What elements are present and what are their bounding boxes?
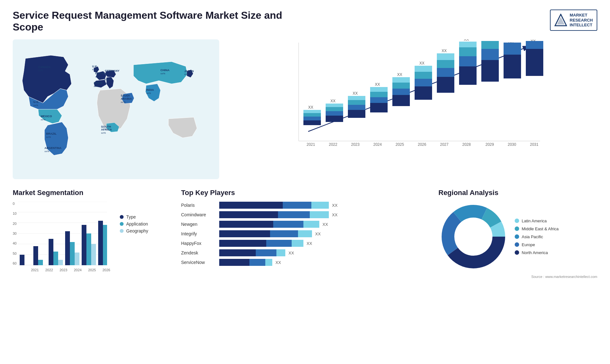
legend-geography: Geography [120,228,148,233]
player-bar-servicenow: XX [219,259,429,266]
svg-text:xx%: xx% [46,136,51,138]
growth-chart-svg: XX 2021 XX 2022 XX 2023 [235,39,597,160]
svg-rect-66 [392,83,410,89]
svg-text:ITALY: ITALY [104,78,112,81]
player-row-zendesk: Zendesk XX [181,249,429,256]
player-name-polaris: Polaris [181,203,216,208]
svg-text:xx%: xx% [184,73,189,76]
legend-europe-color [515,242,519,247]
svg-text:BRAZIL: BRAZIL [46,132,57,135]
svg-rect-72 [415,72,432,79]
svg-rect-97 [504,55,521,78]
svg-text:xx%: xx% [146,92,151,95]
svg-text:2028: 2028 [462,142,471,147]
legend-application: Application [120,221,148,226]
bottom-grid: Market Segmentation 6050403020100 [13,189,597,279]
player-row-newgen: Newgen XX [181,221,429,228]
regional-title: Regional Analysis [438,189,597,197]
svg-text:xx%: xx% [38,69,43,72]
legend-europe: Europe [515,242,559,247]
svg-rect-48 [326,107,343,111]
svg-rect-114 [65,231,70,265]
svg-text:2031: 2031 [530,142,539,147]
donut-chart-svg [438,202,508,272]
svg-rect-55 [348,96,365,100]
donut-legend: Latin America Middle East & Africa Asia … [515,219,559,255]
svg-rect-113 [58,260,63,265]
svg-rect-40 [303,120,321,125]
legend-asia-pacific: Asia Pacific [515,234,559,239]
key-players-section: Top Key Players Polaris XX Comindware [181,189,429,279]
svg-text:XX: XX [397,72,402,77]
seg-x-labels: 2021 2022 2023 2024 2025 2026 [28,268,113,272]
legend-application-dot [120,222,124,226]
svg-rect-65 [392,89,410,95]
svg-rect-85 [459,42,477,47]
svg-text:xx%: xx% [95,75,100,78]
svg-text:XX: XX [464,39,469,42]
world-map: CANADA xx% U.S. xx% MEXICO xx% BRAZIL xx… [13,39,219,179]
legend-latin-america-label: Latin America [522,219,547,223]
svg-rect-59 [370,97,388,103]
svg-point-127 [456,219,491,254]
svg-rect-49 [326,104,343,107]
svg-rect-42 [303,113,321,117]
legend-application-label: Application [126,221,148,226]
svg-rect-47 [326,111,343,116]
svg-text:xx%: xx% [105,73,110,76]
svg-rect-121 [103,225,107,265]
svg-text:XX: XX [442,49,447,53]
svg-rect-46 [326,116,343,122]
map-section: CANADA xx% U.S. xx% MEXICO xx% BRAZIL xx… [13,39,219,179]
player-bar-comindware: XX [219,211,429,218]
svg-text:SPAIN: SPAIN [94,81,102,84]
players-list: Polaris XX Comindware [181,202,429,266]
legend-mea-label: Middle East & Africa [522,226,559,231]
player-name-happyfox: HappyFox [181,241,216,246]
seg-legend: Type Application Geography [120,214,148,272]
legend-north-america-label: North America [522,250,548,255]
svg-rect-53 [348,105,365,110]
svg-rect-43 [303,110,321,113]
legend-type-label: Type [126,214,136,219]
growth-chart-section: XX 2021 XX 2022 XX 2023 [229,39,597,179]
legend-latin-america-color [515,219,519,223]
main-grid: CANADA xx% U.S. xx% MEXICO xx% BRAZIL xx… [13,39,597,279]
player-row-integrify: Integrify XX [181,230,429,237]
svg-text:CHINA: CHINA [160,69,170,72]
segmentation-chart-svg [18,202,107,265]
svg-text:JAPAN: JAPAN [184,70,194,73]
logo: MARKET RESEARCH INTELLECT [550,10,597,31]
legend-asia-pacific-color [515,234,519,239]
source-footer: Source : www.marketresearchintellect.com [438,275,597,279]
legend-mea: Middle East & Africa [515,226,559,231]
svg-rect-95 [481,49,499,60]
svg-rect-110 [38,260,43,265]
svg-text:XX: XX [375,82,380,87]
segmentation-title: Market Segmentation [13,189,172,197]
player-row-happyfox: HappyFox XX [181,240,429,247]
svg-rect-70 [415,86,432,100]
svg-rect-94 [481,60,499,82]
svg-rect-76 [437,77,454,93]
svg-text:GERMANY: GERMANY [105,69,119,72]
svg-rect-109 [33,246,38,265]
player-row-polaris: Polaris XX [181,202,429,209]
svg-rect-117 [82,225,86,265]
svg-text:2024: 2024 [373,142,382,147]
svg-text:xx%: xx% [44,150,49,153]
svg-text:xx%: xx% [121,101,125,104]
svg-text:xx%: xx% [92,68,97,71]
svg-text:INDIA: INDIA [146,88,154,91]
svg-rect-116 [75,253,79,265]
regional-section: Regional Analysis [438,189,597,279]
svg-rect-115 [70,242,75,265]
svg-rect-98 [504,43,521,55]
logo-text: MARKET RESEARCH INTELLECT [570,13,593,28]
legend-europe-label: Europe [522,242,535,247]
player-value-zendesk: XX [288,251,294,255]
svg-text:XX: XX [353,91,358,96]
svg-rect-41 [303,117,321,120]
svg-text:XX: XX [330,99,336,103]
svg-rect-71 [415,79,432,86]
